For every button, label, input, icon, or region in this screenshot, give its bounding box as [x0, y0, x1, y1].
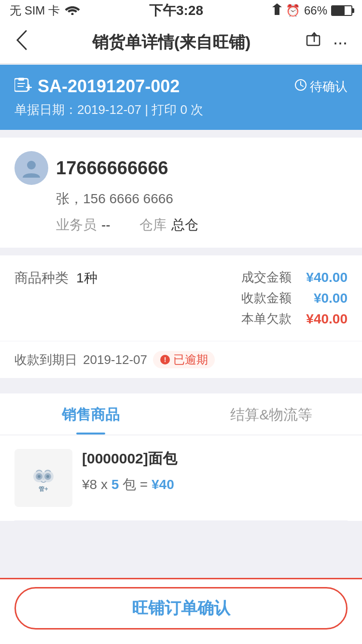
salesperson-label: 业务员	[56, 216, 97, 234]
order-date: 单据日期：2019-12-07 | 打印 0 次	[14, 101, 348, 118]
salesperson-value: --	[101, 217, 111, 233]
tabs: 销售商品 结算&物流等	[0, 393, 362, 435]
product-qty: 5	[111, 477, 119, 492]
clock-icon	[294, 79, 307, 95]
overdue-badge: ! 已逾期	[153, 351, 215, 368]
battery-percent: 66%	[304, 4, 327, 17]
svg-point-19	[38, 475, 41, 478]
carrier-text: 无 SIM 卡	[10, 3, 60, 18]
bottom-bar: 旺铺订单确认	[0, 578, 362, 644]
status-bar: 无 SIM 卡 下午3:28 ⏰ 66%	[0, 0, 362, 21]
product-list: 管+ [0000002]面包 ¥8 x 5 包 = ¥40	[0, 435, 362, 521]
product-type-value: 1种	[76, 269, 97, 287]
due-date-label: 收款到期日	[14, 351, 77, 368]
warehouse-value: 总仓	[171, 216, 198, 234]
status-right: ⏰ 66%	[272, 3, 352, 18]
svg-text:管+: 管+	[39, 486, 48, 492]
nav-actions: ···	[305, 31, 348, 54]
status-time: 下午3:28	[149, 1, 203, 20]
divider-2	[0, 378, 362, 386]
more-button[interactable]: ···	[333, 32, 348, 53]
customer-meta: 业务员 -- 仓库 总仓	[14, 216, 348, 234]
status-carrier: 无 SIM 卡	[10, 3, 80, 18]
deal-amount-label: 成交金额	[241, 269, 292, 286]
nav-bar: 销货单详情(来自旺铺) ···	[0, 21, 362, 64]
product-name: [0000002]面包	[82, 449, 348, 469]
product-total: ¥40	[152, 477, 174, 492]
svg-line-11	[301, 85, 303, 86]
order-header: SA-20191207-002 待确认 单据日期：2019-12-07 | 打印…	[0, 65, 362, 130]
customer-name: 张，156 6666 6666	[14, 190, 348, 208]
share-button[interactable]	[305, 31, 323, 54]
page-title: 销货单详情(来自旺铺)	[38, 31, 305, 54]
divider-1	[0, 248, 362, 255]
confirm-order-button[interactable]: 旺铺订单确认	[14, 587, 348, 630]
svg-point-0	[71, 13, 74, 15]
order-icon	[14, 76, 32, 97]
order-id: SA-20191207-002	[14, 76, 180, 97]
product-price: ¥8 x 5 包 = ¥40	[82, 476, 348, 494]
alarm-icon: ⏰	[286, 4, 300, 17]
svg-rect-4	[18, 78, 24, 81]
deal-amount-value: ¥40.00	[299, 270, 348, 285]
svg-point-20	[46, 475, 49, 478]
due-date-value: 2019-12-07	[83, 352, 147, 367]
svg-point-12	[27, 161, 36, 169]
customer-card: 17666666666 张，156 6666 6666 业务员 -- 仓库 总仓	[0, 138, 362, 248]
product-info: [0000002]面包 ¥8 x 5 包 = ¥40	[82, 449, 348, 494]
balance-label: 本单欠款	[241, 310, 292, 327]
location-icon	[272, 3, 282, 18]
order-status: 待确认	[294, 78, 348, 95]
customer-phone: 17666666666	[56, 158, 168, 179]
tab-products[interactable]: 销售商品	[0, 393, 181, 434]
product-type-label: 商品种类	[14, 269, 69, 287]
back-button[interactable]	[14, 29, 28, 56]
due-date-row: 收款到期日 2019-12-07 ! 已逾期	[0, 341, 362, 378]
svg-rect-1	[307, 36, 320, 45]
receipt-amount-value: ¥0.00	[299, 291, 348, 306]
product-thumbnail: 管+	[14, 449, 72, 507]
receipt-amount-label: 收款金额	[241, 290, 292, 307]
product-item: 管+ [0000002]面包 ¥8 x 5 包 = ¥40	[14, 435, 348, 521]
summary-card: 商品种类 1种 成交金额 ¥40.00 收款金额 ¥0.00 本单欠款 ¥40.…	[0, 255, 362, 341]
balance-value: ¥40.00	[299, 311, 348, 327]
battery-icon	[331, 5, 352, 16]
summary-left: 商品种类 1种	[14, 269, 97, 287]
svg-text:!: !	[164, 356, 167, 364]
wifi-icon	[65, 3, 80, 18]
customer-avatar	[14, 151, 48, 185]
warehouse-label: 仓库	[139, 216, 167, 234]
tab-settlement[interactable]: 结算&物流等	[181, 393, 362, 434]
summary-amounts: 成交金额 ¥40.00 收款金额 ¥0.00 本单欠款 ¥40.00	[241, 269, 348, 327]
